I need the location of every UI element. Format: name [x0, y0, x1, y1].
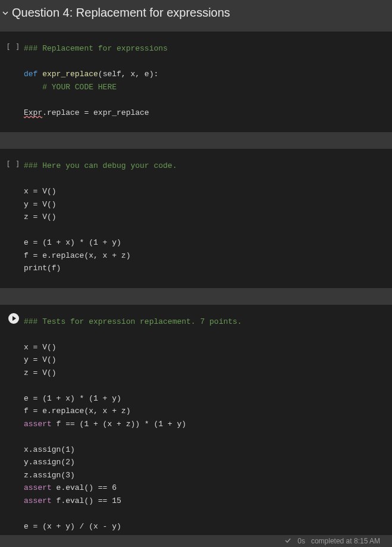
exec-status: completed at 8:15 AM — [311, 537, 380, 545]
chevron-down-icon — [2, 10, 8, 16]
exec-time: 0s — [297, 537, 305, 545]
status-bar: 0s completed at 8:15 AM — [0, 535, 392, 547]
code-cell[interactable]: [ ]### Here you can debug your code. x =… — [0, 149, 392, 288]
play-icon — [8, 313, 19, 324]
code-cell[interactable]: ### Tests for expression replacement. 7 … — [0, 305, 392, 546]
run-cell-button[interactable] — [8, 313, 19, 324]
code-content[interactable]: ### Replacement for expressions def expr… — [24, 42, 385, 119]
code-cell[interactable]: [ ]### Replacement for expressions def e… — [0, 32, 392, 132]
code-content[interactable]: ### Here you can debug your code. x = V(… — [24, 160, 385, 275]
section-header[interactable]: Question 4: Replacement for expressions — [0, 0, 392, 26]
code-content[interactable]: ### Tests for expression replacement. 7 … — [24, 315, 385, 533]
check-icon — [284, 537, 291, 546]
section-title: Question 4: Replacement for expressions — [12, 6, 230, 20]
cell-exec-prompt[interactable]: [ ] — [6, 42, 20, 51]
cell-exec-prompt[interactable]: [ ] — [6, 160, 20, 168]
